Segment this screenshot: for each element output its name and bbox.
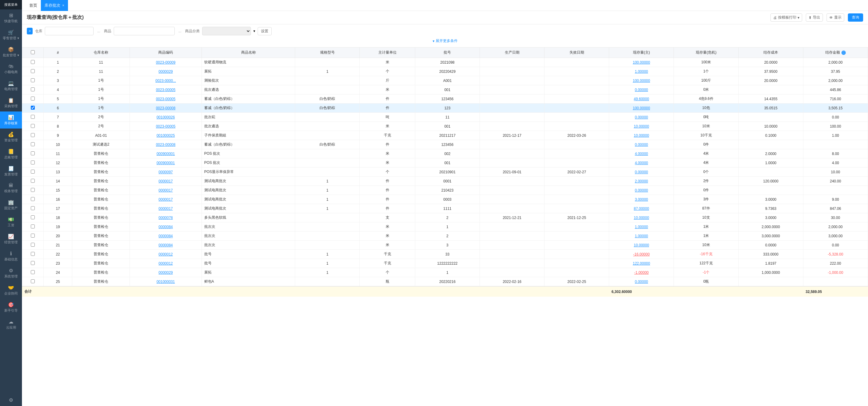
row-qty-main[interactable]: 0.00000 bbox=[609, 168, 674, 177]
row-qty-main[interactable]: 0.00000 bbox=[609, 277, 674, 286]
row-qty-main[interactable]: 2.00000 bbox=[609, 177, 674, 186]
row-qty-main[interactable]: 1.00000 bbox=[609, 67, 674, 76]
warehouse-input[interactable] bbox=[45, 27, 94, 35]
sidebar-item-system[interactable]: ⚙ 系统管理 bbox=[0, 265, 22, 282]
row-qty-main[interactable]: 49.60000 bbox=[609, 94, 674, 104]
select-all-checkbox[interactable] bbox=[31, 50, 35, 54]
row-code[interactable]: 0000078 bbox=[130, 213, 202, 222]
row-checkbox[interactable] bbox=[31, 124, 35, 128]
sidebar-item-small-ecom[interactable]: 🛍 小额电商 bbox=[0, 61, 22, 77]
sidebar-item-wholesale[interactable]: 📦 批发管理 ▾ bbox=[0, 43, 22, 61]
row-qty-main[interactable]: 100.00000 bbox=[609, 58, 674, 67]
row-checkbox[interactable] bbox=[31, 69, 35, 73]
sidebar-item-basic-info[interactable]: ℹ 基础信息 bbox=[0, 248, 22, 265]
print-button[interactable]: 🖨 按模板打印 ▾ bbox=[770, 13, 802, 22]
sidebar-item-finance[interactable]: 💰 资金管理 bbox=[0, 129, 22, 145]
sidebar-item-collab[interactable]: 🤝 企业协同 bbox=[0, 282, 22, 299]
row-checkbox[interactable] bbox=[31, 261, 35, 265]
sidebar-item-ledger[interactable]: 📒 总账管理 bbox=[0, 145, 22, 163]
row-code[interactable]: 0000012 bbox=[130, 259, 202, 268]
row-checkbox[interactable] bbox=[31, 78, 35, 82]
row-checkbox[interactable] bbox=[31, 106, 35, 110]
sidebar-item-payroll[interactable]: 💵 工资 bbox=[0, 213, 22, 231]
row-qty-main[interactable]: 4.00000 bbox=[609, 158, 674, 168]
row-code[interactable]: 0000029 bbox=[130, 67, 202, 76]
amount-info-icon[interactable]: ⓘ bbox=[841, 50, 846, 55]
settings-button[interactable]: 设置 bbox=[258, 27, 272, 35]
row-code[interactable]: 0000017 bbox=[130, 204, 202, 213]
category-select[interactable] bbox=[202, 27, 251, 35]
row-checkbox[interactable] bbox=[31, 243, 35, 247]
tab-close-button[interactable]: × bbox=[62, 0, 64, 11]
row-checkbox[interactable] bbox=[31, 270, 35, 274]
sidebar-item-invoice[interactable]: 🧾 发票管理 bbox=[0, 163, 22, 180]
sidebar-item-inventory[interactable]: 📊 库存核算 bbox=[0, 111, 22, 129]
sidebar-item-quicknav[interactable]: ⊞ 快捷导航 bbox=[0, 9, 22, 27]
row-checkbox[interactable] bbox=[31, 170, 35, 174]
row-qty-main[interactable]: 10.00000 bbox=[609, 131, 674, 140]
row-checkbox[interactable] bbox=[31, 234, 35, 238]
row-code[interactable]: 0000017 bbox=[130, 177, 202, 186]
nav-home[interactable]: 首页 bbox=[26, 0, 41, 11]
row-code[interactable]: 0000012 bbox=[130, 250, 202, 259]
sidebar-logo[interactable]: 搜索菜单 bbox=[0, 0, 22, 9]
row-code[interactable]: 0000097 bbox=[130, 168, 202, 177]
expand-conditions[interactable]: ▾ 展开更多条件 bbox=[27, 37, 863, 45]
row-code[interactable]: 0023-00005 bbox=[130, 85, 202, 94]
row-qty-main[interactable]: 122.00000 bbox=[609, 259, 674, 268]
row-checkbox[interactable] bbox=[31, 188, 35, 192]
row-qty-main[interactable]: 100.00000 bbox=[609, 76, 674, 85]
row-code[interactable]: 0023-0000... bbox=[130, 76, 202, 85]
row-checkbox[interactable] bbox=[31, 279, 35, 283]
row-code[interactable]: 0000017 bbox=[130, 195, 202, 204]
row-qty-main[interactable]: 4.00000 bbox=[609, 149, 674, 158]
row-checkbox[interactable] bbox=[31, 179, 35, 183]
row-qty-main[interactable]: 10.00000 bbox=[609, 241, 674, 250]
row-checkbox[interactable] bbox=[31, 252, 35, 256]
row-qty-main[interactable]: 0.00000 bbox=[609, 113, 674, 122]
row-code[interactable]: 000900001 bbox=[130, 158, 202, 168]
row-code[interactable]: 001000031 bbox=[130, 277, 202, 286]
display-button[interactable]: 👁 显示 bbox=[827, 13, 844, 22]
row-code[interactable]: 001000026 bbox=[130, 113, 202, 122]
row-qty-main[interactable]: 100.00000 bbox=[609, 104, 674, 113]
row-qty-main[interactable]: 10.00000 bbox=[609, 213, 674, 222]
row-checkbox[interactable] bbox=[31, 142, 35, 146]
sidebar-item-ecom[interactable]: 💻 电商管理 bbox=[0, 77, 22, 94]
query-button[interactable]: 查询 bbox=[848, 13, 863, 22]
sidebar-item-purchase[interactable]: 📋 采购管理 bbox=[0, 94, 22, 111]
row-qty-main[interactable]: -1.00000 bbox=[609, 268, 674, 277]
sidebar-item-guide[interactable]: 🎯 新手引导 bbox=[0, 299, 22, 316]
row-checkbox[interactable] bbox=[31, 197, 35, 201]
row-qty-main[interactable]: 87.00000 bbox=[609, 204, 674, 213]
row-qty-main[interactable]: 1.00000 bbox=[609, 232, 674, 241]
row-code[interactable]: 001000025 bbox=[130, 131, 202, 140]
sidebar-item-operations[interactable]: 📈 经营管理 bbox=[0, 231, 22, 248]
sidebar-item-cloud[interactable]: ☁ 云应用 bbox=[0, 316, 22, 333]
row-code[interactable]: 0023-00005 bbox=[130, 94, 202, 104]
row-checkbox[interactable] bbox=[31, 225, 35, 229]
row-code[interactable]: 0000029 bbox=[130, 268, 202, 277]
filter-expand-btn[interactable]: > bbox=[27, 28, 33, 34]
goods-input[interactable] bbox=[114, 27, 175, 35]
sidebar-item-retail[interactable]: 🛒 零售管理 ▾ bbox=[0, 27, 22, 43]
row-code[interactable]: 0023-00005 bbox=[130, 122, 202, 131]
row-qty-main[interactable]: 0.00000 bbox=[609, 85, 674, 94]
row-code[interactable]: 000900001 bbox=[130, 149, 202, 158]
row-checkbox[interactable] bbox=[31, 215, 35, 219]
row-qty-main[interactable]: 1.00000 bbox=[609, 222, 674, 232]
nav-active-tab[interactable]: 库存批次 × bbox=[41, 0, 68, 11]
row-qty-main[interactable]: 0.00000 bbox=[609, 186, 674, 195]
row-qty-main[interactable]: 0.00000 bbox=[609, 140, 674, 149]
row-code[interactable]: 0000084 bbox=[130, 241, 202, 250]
row-qty-main[interactable]: -16.00000 bbox=[609, 250, 674, 259]
row-checkbox[interactable] bbox=[31, 97, 35, 101]
row-qty-main[interactable]: 10.00000 bbox=[609, 122, 674, 131]
row-code[interactable]: 0023-00009 bbox=[130, 58, 202, 67]
row-checkbox[interactable] bbox=[31, 60, 35, 64]
row-code[interactable]: 0023-00008 bbox=[130, 140, 202, 149]
row-checkbox[interactable] bbox=[31, 151, 35, 155]
row-code[interactable]: 0000017 bbox=[130, 186, 202, 195]
row-checkbox[interactable] bbox=[31, 115, 35, 119]
row-checkbox[interactable] bbox=[31, 206, 35, 210]
